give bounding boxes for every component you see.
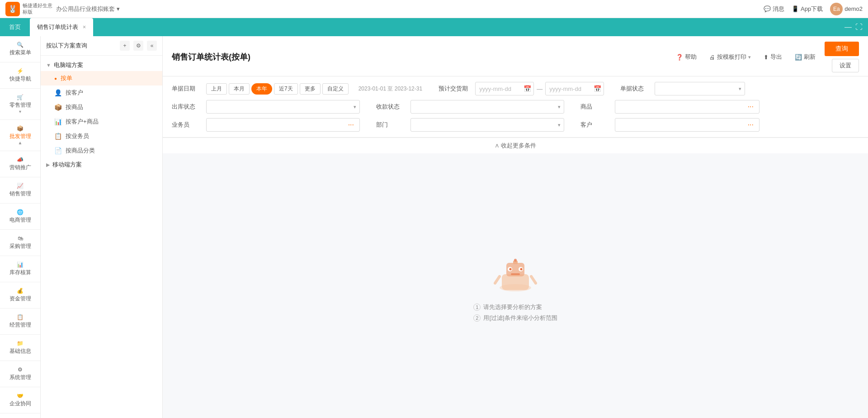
top-bar: 🐰 畅捷通好生意 标版 办公用品行业模拟账套 ▾ 💬 消息 📱 App下载 Ea… (0, 0, 868, 18)
sidebar-item-newbie[interactable]: 🎯 新手引导 (0, 413, 40, 418)
quick-nav-icon: ⚡ (2, 68, 38, 74)
expected-date-range: 📅 — 📅 (475, 82, 604, 95)
top-bar-right: 💬 消息 📱 App下载 Ea demo2 (764, 3, 863, 15)
user-menu[interactable]: Ea demo2 (830, 3, 863, 15)
right-panel: 销售订单统计表(按单) ❓ 帮助 🖨 按模板打印 ▾ ⬆ (163, 36, 868, 418)
scheme-item-by-order[interactable]: ● 按单 (41, 71, 162, 86)
date-btn-this-month[interactable]: 本月 (229, 83, 250, 95)
salesperson-more-icon[interactable]: ··· (346, 121, 356, 129)
product-label: 商品 (580, 103, 608, 111)
sidebar-item-operations[interactable]: 📋 经营管理 (0, 309, 40, 335)
page-actions: ❓ 帮助 🖨 按模板打印 ▾ ⬆ 导出 🔄 (672, 42, 859, 72)
mobile-scheme-group-header[interactable]: ▶ 移动端方案 (41, 158, 162, 171)
refresh-button[interactable]: 🔄 刷新 (791, 51, 819, 63)
date-btn-this-year[interactable]: 本年 (251, 83, 272, 95)
payment-status-select-wrapper (410, 100, 564, 114)
product-input[interactable] (619, 104, 746, 110)
sidebar-item-sales-mgmt[interactable]: 📈 销售管理 (0, 177, 40, 204)
date-quick-buttons: 上月 本月 本年 近7天 更多 自定义 (206, 83, 349, 95)
print-icon: 🖨 (709, 54, 715, 61)
dept-select[interactable] (410, 118, 564, 132)
date-separator: — (537, 86, 542, 92)
empty-tip-2: 2 用[过滤]条件来缩小分析范围 (473, 314, 557, 322)
breadcrumb-arrow-icon: ▾ (117, 5, 120, 12)
query-button[interactable]: 查询 (825, 42, 859, 56)
order-status-select-wrapper (655, 82, 745, 95)
sidebar-item-retail-mgmt[interactable]: 🛒 零售管理 ▾ (0, 89, 40, 120)
date-label: 单据日期 (172, 85, 199, 93)
empty-tip-1: 1 请先选择要分析的方案 (473, 303, 557, 311)
sidebar-item-quick-nav[interactable]: ⚡ 快捷导航 (0, 62, 40, 89)
ship-status-label: 出库状态 (172, 103, 199, 111)
scheme-item-by-product-category[interactable]: 📄 按商品分类 (41, 143, 162, 158)
sidebar-item-inventory[interactable]: 📊 库存核算 (0, 256, 40, 282)
svg-rect-7 (511, 273, 520, 275)
app-download-button[interactable]: 📱 App下载 (792, 5, 823, 13)
print-button[interactable]: 🖨 按模板打印 ▾ (706, 51, 755, 63)
expected-date-end-wrapper: 📅 (545, 82, 604, 95)
collapse-arrow-icon: ∧ (495, 142, 501, 149)
expected-date-start-wrapper: 📅 (475, 82, 534, 95)
top-bar-left: 🐰 畅捷通好生意 标版 办公用品行业模拟账套 ▾ (5, 2, 120, 16)
sidebar-item-enterprise[interactable]: 🤝 企业协同 (0, 387, 40, 413)
calendar-start-icon: 📅 (524, 85, 531, 92)
filter-row-1: 单据日期 上月 本月 本年 近7天 更多 自定义 2023-01-01 至 20… (172, 82, 859, 95)
tab-home[interactable]: 首页 (0, 18, 30, 36)
tab-minimize-icon[interactable]: — (844, 23, 852, 31)
scheme-item-by-customer[interactable]: 👤 按客户 (41, 86, 162, 100)
avatar: Ea (830, 3, 843, 15)
date-btn-last-month[interactable]: 上月 (206, 83, 227, 95)
logo-icon: 🐰 (5, 2, 20, 16)
sidebar-item-finance[interactable]: 💰 资金管理 (0, 282, 40, 309)
by-salesperson-icon: 📋 (54, 133, 62, 140)
collapse-panel-button[interactable]: « (147, 41, 157, 51)
sidebar-item-search-menu[interactable]: 🔍 搜索菜单 (0, 36, 40, 62)
scheme-settings-button[interactable]: ⚙ (133, 41, 143, 51)
tip-num-2: 2 (473, 314, 481, 322)
date-btn-more[interactable]: 更多 (300, 83, 321, 95)
empty-tips: 1 请先选择要分析的方案 2 用[过滤]条件来缩小分析范围 (473, 303, 557, 322)
sidebar-item-basic-info[interactable]: 📁 基础信息 (0, 335, 40, 361)
left-panel-header: 按以下方案查询 + ⚙ « (41, 36, 162, 56)
sidebar-item-system[interactable]: ⚙ 系统管理 (0, 361, 40, 387)
order-status-label: 单据状态 (620, 85, 647, 93)
wholesale-expand-icon: ▲ (2, 140, 38, 145)
help-button[interactable]: ❓ 帮助 (672, 51, 700, 63)
payment-status-select[interactable] (410, 100, 564, 114)
empty-illustration (488, 249, 542, 296)
tab-close-button[interactable]: × (83, 24, 86, 30)
sidebar-item-wholesale-mgmt[interactable]: 📦 批发管理 ▲ (0, 120, 40, 151)
dept-label: 部门 (376, 121, 403, 129)
scheme-item-by-customer-product[interactable]: 📊 按客户+商品 (41, 114, 162, 129)
product-more-icon[interactable]: ··· (746, 103, 755, 111)
pc-scheme-group-header[interactable]: ▼ 电脑端方案 (41, 58, 162, 71)
add-scheme-button[interactable]: + (120, 41, 130, 51)
purchase-icon: 🛍 (2, 235, 38, 242)
sidebar-item-purchase[interactable]: 🛍 采购管理 (0, 230, 40, 256)
order-status-select[interactable] (655, 82, 745, 95)
scheme-item-by-salesperson[interactable]: 📋 按业务员 (41, 129, 162, 143)
scheme-item-by-product[interactable]: 📦 按商品 (41, 100, 162, 114)
customer-more-icon[interactable]: ··· (746, 121, 755, 129)
breadcrumb[interactable]: 办公用品行业模拟账套 ▾ (56, 5, 120, 13)
salesperson-input[interactable] (210, 122, 346, 128)
tab-bar-right: — ⛶ (844, 23, 868, 31)
tab-sales-statistics[interactable]: 销售订单统计表 × (30, 18, 93, 36)
customer-input[interactable] (619, 122, 746, 128)
collapse-more-conditions[interactable]: ∧ 收起更多条件 (163, 138, 868, 153)
export-button[interactable]: ⬆ 导出 (760, 51, 786, 63)
operations-icon: 📋 (2, 314, 38, 320)
split-layout: 按以下方案查询 + ⚙ « ▼ 电脑端方案 ● (41, 36, 868, 418)
tab-expand-icon[interactable]: ⛶ (855, 23, 863, 31)
sidebar-item-ecommerce[interactable]: 🌐 电商管理 (0, 204, 40, 230)
date-btn-last-7-days[interactable]: 近7天 (274, 83, 298, 95)
settings-button[interactable]: 设置 (832, 59, 859, 72)
wholesale-mgmt-icon: 📦 (2, 125, 38, 132)
left-panel: 按以下方案查询 + ⚙ « ▼ 电脑端方案 ● (41, 36, 163, 418)
date-btn-custom[interactable]: 自定义 (322, 83, 349, 95)
page-title: 销售订单统计表(按单) (172, 52, 250, 62)
ship-status-select[interactable] (206, 100, 360, 114)
sidebar-item-marketing[interactable]: 📣 营销推广 (0, 151, 40, 177)
inventory-icon: 📊 (2, 261, 38, 268)
message-button[interactable]: 💬 消息 (764, 5, 784, 13)
